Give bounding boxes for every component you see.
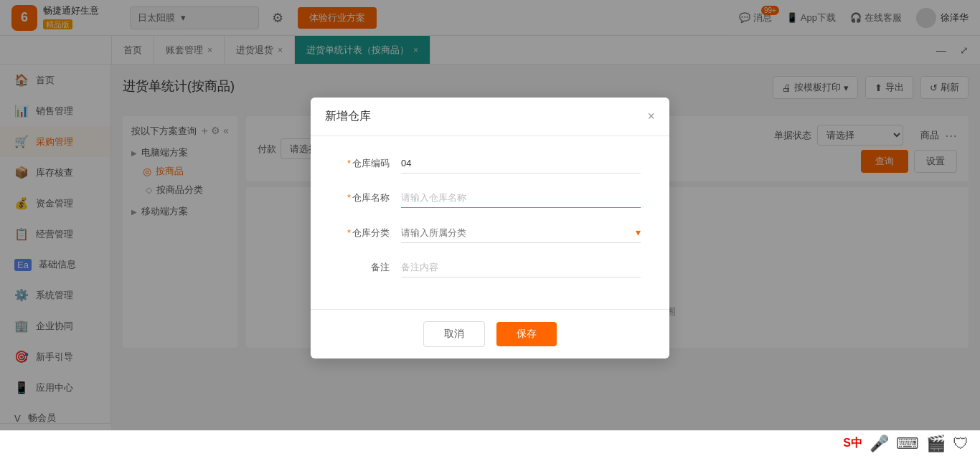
modal-footer: 取消 保存: [311, 309, 669, 358]
modal-body: 仓库编码 仓库名称 仓库分类 ▾ 备注: [311, 136, 669, 309]
warehouse-code-label: 仓库编码: [339, 157, 390, 170]
status-bar: S中 🎤 ⌨ 🎬 🛡: [0, 430, 980, 456]
warehouse-name-label: 仓库名称: [339, 191, 390, 204]
shield-icon[interactable]: 🛡: [953, 434, 969, 453]
modal-close-button[interactable]: ×: [647, 109, 655, 124]
warehouse-category-select[interactable]: ▾: [401, 222, 641, 243]
warehouse-code-input[interactable]: [401, 153, 641, 174]
media-icon[interactable]: 🎬: [926, 434, 946, 453]
warehouse-name-input[interactable]: [401, 188, 641, 208]
warehouse-note-input[interactable]: [401, 257, 641, 277]
sougou-icon[interactable]: S中: [843, 436, 862, 451]
warehouse-note-label: 备注: [339, 261, 390, 274]
chevron-down-icon: ▾: [636, 227, 641, 238]
category-input[interactable]: [401, 227, 636, 238]
warehouse-note-row: 备注: [339, 257, 641, 277]
keyboard-icon[interactable]: ⌨: [896, 434, 919, 453]
modal-title: 新增仓库: [325, 109, 371, 124]
warehouse-name-row: 仓库名称: [339, 188, 641, 208]
warehouse-code-row: 仓库编码: [339, 153, 641, 174]
warehouse-category-label: 仓库分类: [339, 227, 390, 239]
save-button[interactable]: 保存: [496, 322, 557, 346]
cancel-button[interactable]: 取消: [423, 321, 485, 347]
warehouse-category-row: 仓库分类 ▾: [339, 222, 641, 243]
microphone-icon[interactable]: 🎤: [870, 434, 889, 453]
modal-overlay: 新增仓库 × 仓库编码 仓库名称 仓库分类 ▾: [0, 0, 980, 456]
modal-header: 新增仓库 ×: [311, 98, 669, 136]
add-warehouse-modal: 新增仓库 × 仓库编码 仓库名称 仓库分类 ▾: [311, 98, 669, 358]
